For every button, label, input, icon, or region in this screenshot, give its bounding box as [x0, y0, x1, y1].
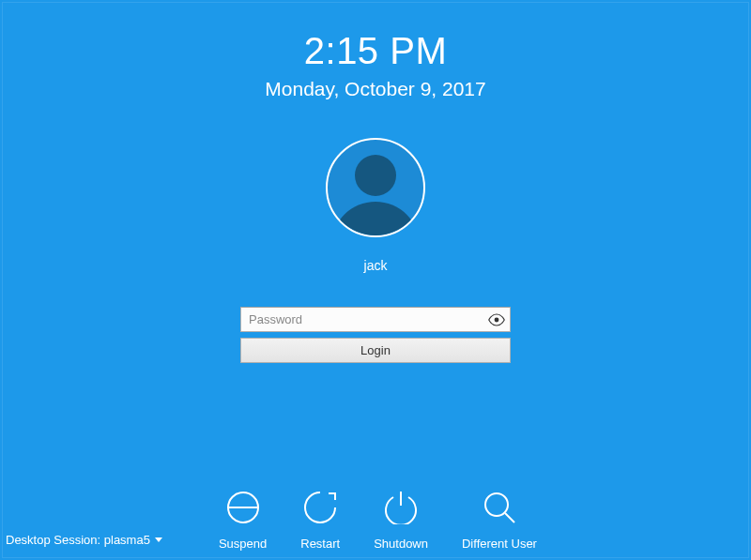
- password-input[interactable]: [240, 307, 511, 332]
- login-button[interactable]: Login: [240, 338, 511, 363]
- clock-date: Monday, October 9, 2017: [0, 78, 751, 100]
- avatar[interactable]: [326, 138, 425, 237]
- avatar-body-icon: [331, 202, 420, 237]
- svg-point-4: [485, 493, 508, 516]
- restart-button[interactable]: Restart: [300, 491, 340, 551]
- search-icon: [483, 491, 516, 524]
- login-form: Login: [0, 307, 751, 363]
- username-label: jack: [0, 258, 751, 273]
- shutdown-icon: [384, 491, 418, 524]
- different-user-button[interactable]: Different User: [462, 491, 537, 551]
- power-actions: Suspend Restart Shutdown: [219, 491, 537, 551]
- password-wrapper: [240, 307, 511, 332]
- suspend-label: Suspend: [219, 537, 267, 551]
- chevron-down-icon: [155, 537, 162, 542]
- svg-line-5: [505, 513, 514, 522]
- svg-point-0: [495, 317, 499, 322]
- bottom-bar: Desktop Session: plasma5 Suspend Restart: [0, 491, 751, 551]
- different-user-label: Different User: [462, 537, 537, 551]
- restart-icon: [303, 491, 337, 524]
- show-password-icon[interactable]: [488, 313, 505, 326]
- user-section: jack: [0, 138, 751, 273]
- shutdown-label: Shutdown: [374, 537, 428, 551]
- shutdown-button[interactable]: Shutdown: [374, 491, 428, 551]
- suspend-icon: [226, 491, 260, 524]
- session-selector[interactable]: Desktop Session: plasma5: [6, 533, 162, 551]
- avatar-head-icon: [355, 155, 396, 196]
- restart-label: Restart: [300, 537, 340, 551]
- session-label: Desktop Session: plasma5: [6, 533, 150, 547]
- suspend-button[interactable]: Suspend: [219, 491, 267, 551]
- clock-time: 2:15 PM: [0, 30, 751, 72]
- clock-section: 2:15 PM Monday, October 9, 2017: [0, 0, 751, 100]
